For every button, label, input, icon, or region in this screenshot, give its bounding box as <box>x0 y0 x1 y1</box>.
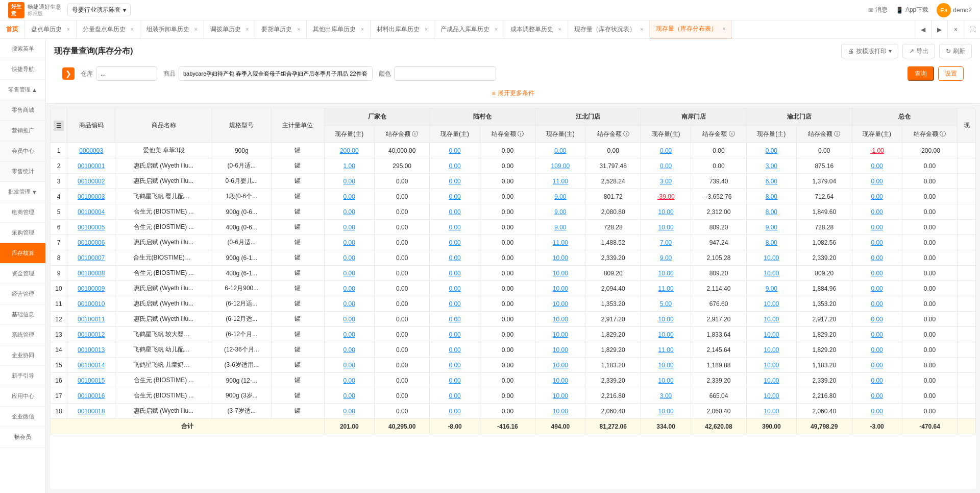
sidebar-item-inventory[interactable]: 库存核算 <box>0 243 45 264</box>
tab-inventory-status[interactable]: 现存量（库存状况表） × <box>568 20 650 39</box>
nav-close-btn[interactable]: × <box>947 20 964 39</box>
cell-extra <box>958 204 976 220</box>
close-icon[interactable]: × <box>558 27 561 32</box>
settings-btn[interactable]: 设置 <box>938 66 964 81</box>
tab-transfer-history[interactable]: 调拨单历史 × <box>204 20 256 39</box>
tab-material-outbound-history[interactable]: 材料出库单历史 × <box>371 20 434 39</box>
sidebar-item-basic-info[interactable]: 基础信息 <box>0 304 45 325</box>
sidebar-item-ecommerce[interactable]: 电商管理 <box>0 202 45 223</box>
summary-w1-qty: 201.00 <box>324 419 374 434</box>
goods-input[interactable] <box>179 66 373 81</box>
tab-cost-adjustment-history[interactable]: 成本调整单历史 × <box>504 20 568 39</box>
tab-requisition-history[interactable]: 要货单历史 × <box>255 20 307 39</box>
tab-product-inbound-history[interactable]: 产成品入库单历史 × <box>434 20 504 39</box>
cell-no: 11 <box>51 296 67 312</box>
summary-t-amt: -470.64 <box>902 419 958 434</box>
sidebar-item-wholesale[interactable]: 批发管理 ▼ <box>0 182 45 202</box>
refresh-btn[interactable]: ↻ 刷新 <box>939 44 972 58</box>
sidebar-item-retail-stats[interactable]: 零售统计 <box>0 161 45 182</box>
filter-expand-arrow[interactable]: ❯ <box>62 67 75 80</box>
store-selector[interactable]: 母婴行业演示陈套 ▾ <box>67 4 131 16</box>
sidebar-item-retail[interactable]: 零售管理 ▲ <box>0 80 45 100</box>
nav-next-btn[interactable]: ▶ <box>931 20 947 39</box>
sidebar-item-quicknav[interactable]: 快捷导航 <box>0 59 45 80</box>
header-actions: 🖨 按模版打印 ▾ ↗ 导出 ↻ 刷新 <box>841 44 972 58</box>
cell-s2-amt: 2,060.40 <box>691 404 747 419</box>
table-row: 9 00100008 合生元 (BIOSTIME) ... 400g (6-1.… <box>51 266 976 281</box>
tab-inventory-count-history[interactable]: 盘点单历史 × <box>25 20 77 39</box>
sidebar-item-finance[interactable]: 资金管理 <box>0 264 45 284</box>
summary-s2-amt: 42,620.08 <box>691 419 747 434</box>
th-settings[interactable]: ☰ <box>51 108 67 143</box>
cell-t-qty: 0.00 <box>852 266 902 281</box>
close-icon[interactable]: × <box>641 27 644 32</box>
user-area[interactable]: Ea demo2 <box>937 3 972 17</box>
tab-inventory-distribution[interactable]: 现存量（库存分布表） × <box>650 20 732 39</box>
close-icon[interactable]: × <box>297 27 300 32</box>
close-icon[interactable]: × <box>194 27 198 32</box>
cell-unit: 罐 <box>271 158 324 174</box>
sidebar-item-members[interactable]: 会员中心 <box>0 141 45 161</box>
cell-unit: 罐 <box>271 220 324 235</box>
query-btn[interactable]: 查询 <box>908 66 934 81</box>
cell-t-qty: 0.00 <box>852 342 902 358</box>
close-icon[interactable]: × <box>495 27 498 32</box>
app-download-btn[interactable]: 📱 App下载 <box>896 6 928 14</box>
close-icon[interactable]: × <box>67 27 70 32</box>
nav-prev-btn[interactable]: ◀ <box>915 20 931 39</box>
sidebar-item-search[interactable]: 搜索英单 <box>0 39 45 59</box>
close-icon[interactable]: × <box>722 26 725 32</box>
cell-s3-amt: 0.00 <box>796 143 852 158</box>
sidebar-item-wechat[interactable]: 企业微信 <box>0 407 45 427</box>
warehouse-input[interactable] <box>96 66 157 81</box>
cell-w2-amt: 0.00 <box>480 266 535 281</box>
cell-s2-amt: 2,105.28 <box>691 250 747 266</box>
cell-spec: 400g (6-1... <box>212 266 271 281</box>
cell-no: 9 <box>51 266 67 281</box>
table-body: 1 0000003 爱他美 卓萃3段 900g 罐 200.00 40,000.… <box>51 143 976 434</box>
filter-color: 颜色 <box>379 66 496 81</box>
sidebar-item-system[interactable]: 系统管理 <box>0 325 45 345</box>
cell-w1-qty: 0.00 <box>324 266 374 281</box>
sidebar-item-marketing[interactable]: 营销推广 <box>0 121 45 141</box>
sidebar-item-purchase[interactable]: 采购管理 <box>0 223 45 243</box>
cell-spec: (6-12月适... <box>212 312 271 327</box>
cell-s3-qty: 8.00 <box>746 204 796 220</box>
sidebar-item-app-center[interactable]: 应用中心 <box>0 386 45 407</box>
message-btn[interactable]: ✉ 消息 <box>868 6 888 14</box>
table-row: 14 00100013 飞鹤星飞帆 幼儿配方奶... (12-36个月... 罐… <box>51 342 976 358</box>
cell-w2-qty: 0.00 <box>430 266 480 281</box>
sidebar-item-guide[interactable]: 新手引导 <box>0 366 45 386</box>
cell-name: 飞鹤星飞帆 较大婴儿配... <box>115 327 212 342</box>
color-input[interactable] <box>394 66 496 81</box>
export-btn[interactable]: ↗ 导出 <box>902 44 935 58</box>
tab-home[interactable]: 首页 <box>0 20 25 39</box>
cell-t-amt: 0.00 <box>902 266 958 281</box>
sidebar-item-members2[interactable]: 畅会员 <box>0 427 45 448</box>
cell-s3-amt: 1,353.20 <box>796 296 852 312</box>
expand-more-conditions[interactable]: ≡ 展开更多条件 <box>62 87 964 99</box>
sidebar-item-retail-mall[interactable]: 零售商城 <box>0 100 45 121</box>
tab-other-outbound-history[interactable]: 其他出库单历史 × <box>307 20 371 39</box>
summary-w2-amt: -416.16 <box>480 419 535 434</box>
close-icon[interactable]: × <box>131 27 134 32</box>
sidebar-item-operations[interactable]: 经营管理 <box>0 284 45 304</box>
cell-s1-amt: 809.20 <box>585 266 641 281</box>
cell-w2-amt: 0.00 <box>480 296 535 312</box>
nav-expand-btn[interactable]: ⛶ <box>964 20 980 39</box>
cell-s3-amt: 2,339.20 <box>796 250 852 266</box>
cell-t-amt: 0.00 <box>902 158 958 174</box>
close-icon[interactable]: × <box>246 27 249 32</box>
print-btn[interactable]: 🖨 按模版打印 ▾ <box>841 44 898 58</box>
summary-row: 合计 201.00 40,295.00 -8.00 -416.16 494.00… <box>51 419 976 434</box>
close-icon[interactable]: × <box>361 27 364 32</box>
tab-partial-inventory-history[interactable]: 分量盘点单历史 × <box>77 20 140 39</box>
cell-s1-amt: 2,339.20 <box>585 250 641 266</box>
cell-s3-qty: 10.00 <box>746 327 796 342</box>
close-icon[interactable]: × <box>425 27 428 32</box>
cell-w2-amt: 0.00 <box>480 189 535 204</box>
settings-icon[interactable]: ☰ <box>54 121 64 131</box>
cell-spec: (6-12个月... <box>212 327 271 342</box>
tab-assembly-history[interactable]: 组装拆卸单历史 × <box>140 20 204 39</box>
sidebar-item-enterprise[interactable]: 企业协同 <box>0 345 45 366</box>
